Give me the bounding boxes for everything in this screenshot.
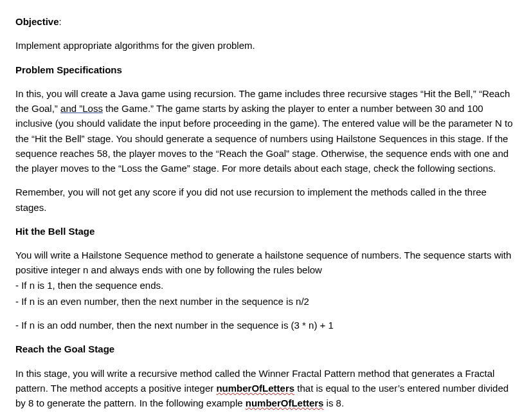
hit-rule-3: - If n is an odd number, then the next n… [15, 318, 516, 333]
hit-rule-2: - If n is an even number, then the next … [15, 294, 516, 309]
hit-rule-1: - If n is 1, then the sequence ends. [15, 280, 163, 291]
reach-paragraph: In this stage, you will write a recursiv… [15, 366, 516, 411]
spec-paragraph-2: Remember, you will not get any score if … [15, 185, 516, 215]
objective-text: Implement appropriate algorithms for the… [15, 38, 516, 53]
spec-p1-underlined: and ”Loss [60, 103, 103, 114]
spec-heading: Problem Specifications [15, 62, 516, 77]
hit-heading: Hit the Bell Stage [15, 224, 516, 239]
hit-intro-text: You will write a Hailstone Sequence meth… [15, 250, 511, 275]
colon: : [59, 16, 62, 27]
spellcheck-word-2: numberOfLetters [246, 397, 324, 408]
objective-line: Objective: [15, 14, 516, 29]
spellcheck-word-1: numberOfLetters [216, 383, 294, 394]
hit-intro: You will write a Hailstone Sequence meth… [15, 248, 516, 293]
reach-heading: Reach the Goal Stage [15, 342, 516, 356]
spec-paragraph-1: In this, you will create a Java game usi… [15, 86, 516, 176]
objective-label: Objective [15, 16, 59, 27]
reach-p-c: is 8. [323, 397, 344, 408]
